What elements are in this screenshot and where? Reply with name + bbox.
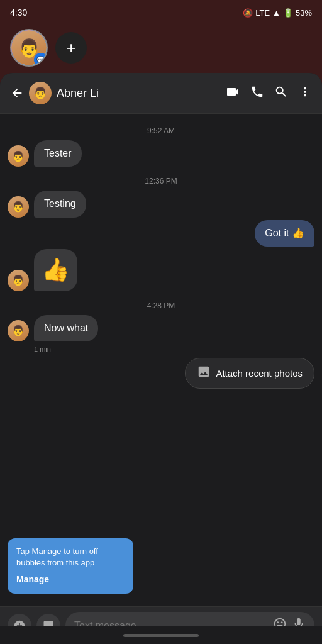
tooltip-text: Tap Manage to turn off bubbles from this… [16,546,125,569]
message-time: 1 min [34,345,314,353]
nav-pill [123,634,199,637]
messages-area: 9:52 AM 👨 Tester 12:36 PM 👨 Testing Got … [0,114,322,606]
phone-call-icon[interactable] [250,85,264,102]
contact-bubble-avatar[interactable]: 👨 💬 [10,29,48,67]
avatar: 👨 [8,320,29,341]
avatar: 👨 [8,270,29,291]
message-bubble: Testing [34,191,86,217]
header-avatar: 👨 [29,82,52,104]
attach-label: Attach recent photos [216,368,303,379]
message-bubble: Got it 👍 [255,220,314,247]
network-label: LTE [255,8,270,18]
video-call-icon[interactable] [225,84,240,103]
message-bubble: 👍 [34,249,77,291]
status-right-icons: 🔕 LTE ▲ 🔋 53% [243,8,312,18]
manage-button[interactable]: Manage [16,574,125,586]
bubble-tooltip: Tap Manage to turn off bubbles from this… [8,538,133,594]
message-bubble: Now what [34,315,98,341]
attach-recent-photos-button[interactable]: Attach recent photos [185,358,314,389]
signal-icon: ▲ [272,8,280,18]
search-icon[interactable] [274,85,288,102]
nav-bar [0,626,322,644]
chat-header: 👨 Abner Li [0,73,322,114]
time-label-2: 12:36 PM [8,177,314,186]
chat-title: Abner Li [57,87,225,100]
status-time: 4:30 [10,8,27,18]
add-bubble-button[interactable]: + [55,32,87,64]
message-row: Got it 👍 [8,220,314,247]
notification-icon: 🔕 [243,8,253,18]
status-bar: 4:30 🔕 LTE ▲ 🔋 53% [0,0,322,23]
chat-header-icons [225,84,312,103]
message-row: 👨 👍 [8,249,314,291]
message-bubble: Tester [34,140,82,167]
bubble-header: 👨 💬 + [0,23,322,73]
message-row: 👨 Testing [8,191,314,217]
message-app-icon: 💬 [34,53,48,67]
battery-label: 53% [296,8,312,18]
battery-icon: 🔋 [283,8,293,18]
time-label-1: 9:52 AM [8,126,314,135]
photos-icon [197,365,211,382]
back-button[interactable] [10,86,24,100]
more-options-icon[interactable] [298,85,312,102]
message-row: 👨 Now what [8,315,314,341]
message-row: 👨 Tester [8,140,314,167]
avatar: 👨 [8,145,29,167]
time-label-3: 4:28 PM [8,301,314,310]
chat-window: 👨 Abner Li 9:52 AM 👨 Tester [0,73,322,644]
attach-suggestion: Attach recent photos [8,358,314,389]
avatar: 👨 [8,196,29,218]
